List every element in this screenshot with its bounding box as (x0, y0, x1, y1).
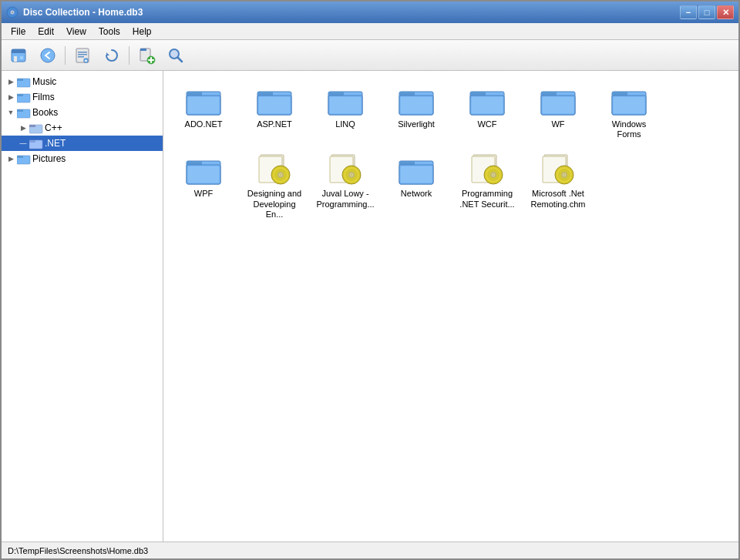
svg-rect-28 (29, 140, 35, 143)
cpp-label: C++ (43, 122, 62, 133)
file-programming-net-label: Programming .NET Securit... (457, 189, 517, 209)
folder-windows-forms[interactable]: Windows Forms (595, 77, 663, 143)
menu-view[interactable]: View (60, 25, 92, 39)
home-button[interactable] (5, 43, 32, 68)
app-icon (6, 6, 18, 18)
sidebar-item-books[interactable]: ▼ Books (2, 105, 163, 120)
file-network-label: Network (401, 189, 432, 199)
svg-rect-6 (20, 56, 23, 59)
maximize-button[interactable]: □ (698, 5, 715, 19)
pictures-toggle[interactable]: ▶ (5, 153, 17, 165)
file-designing-icon (256, 150, 293, 187)
file-network[interactable]: Network (382, 146, 450, 223)
dotnet-toggle[interactable]: — (17, 137, 29, 149)
svg-rect-5 (14, 56, 17, 62)
folder-wpf-icon (185, 150, 222, 187)
music-toggle[interactable]: ▶ (5, 75, 17, 88)
cpp-folder-icon (29, 122, 43, 134)
toolbar-separator-2 (129, 46, 130, 65)
folder-wcf-icon (469, 81, 506, 118)
folder-ado-net-label: ADO.NET (185, 119, 223, 129)
svg-point-2 (12, 12, 13, 13)
dotnet-folder-icon (29, 137, 43, 149)
menu-file[interactable]: File (5, 25, 32, 39)
file-juval-lowy[interactable]: Juval Lowy - Programming... (311, 146, 379, 223)
folder-ado-net[interactable]: ADO.NET (170, 77, 237, 143)
folder-wf-label: WF (551, 119, 564, 129)
pictures-folder-icon (17, 153, 31, 165)
sidebar-item-cpp[interactable]: ▶ C++ (2, 120, 163, 136)
back-button[interactable] (34, 43, 62, 68)
menu-help[interactable]: Help (126, 25, 158, 39)
folder-windows-forms-label: Windows Forms (599, 119, 659, 139)
svg-line-18 (178, 57, 183, 62)
svg-rect-4 (12, 49, 25, 53)
file-designing-label: Designing and Developing En... (244, 189, 304, 220)
svg-rect-10 (78, 54, 87, 55)
films-folder-icon (17, 91, 31, 103)
properties-button[interactable] (69, 43, 96, 68)
folder-silverlight[interactable]: Silverlight (382, 77, 450, 143)
folder-windows-forms-icon (610, 81, 648, 118)
minimize-button[interactable]: − (680, 5, 697, 19)
file-programming-net[interactable]: Programming .NET Securit... (453, 146, 521, 223)
file-network-icon (398, 150, 435, 187)
close-button[interactable]: ✕ (717, 5, 734, 19)
content-pane: ADO.NET ASP.NET (163, 71, 738, 542)
svg-rect-46 (401, 97, 432, 113)
svg-rect-50 (472, 97, 503, 113)
svg-point-7 (41, 49, 55, 62)
svg-rect-38 (259, 97, 290, 113)
file-programming-net-icon (469, 150, 506, 187)
folder-linq[interactable]: LINQ (311, 77, 379, 143)
folder-linq-label: LINQ (335, 119, 355, 129)
file-ms-net-remoting[interactable]: Microsoft .Net Remoting.chm (524, 146, 592, 223)
svg-rect-22 (17, 94, 23, 96)
toolbar (2, 40, 738, 71)
folder-asp-net-icon (256, 81, 293, 118)
folder-wf-icon (540, 81, 577, 118)
menu-bar: File Edit View Tools Help (2, 23, 738, 40)
file-designing[interactable]: Designing and Developing En... (240, 146, 308, 223)
folder-wcf[interactable]: WCF (453, 77, 521, 143)
music-folder-icon (17, 75, 31, 88)
sidebar-item-dotnet[interactable]: — .NET (2, 136, 163, 151)
cpp-toggle[interactable]: ▶ (17, 122, 29, 134)
sidebar-item-films[interactable]: ▶ Films (2, 89, 163, 105)
refresh-button[interactable] (98, 43, 126, 68)
back-icon (39, 46, 57, 65)
menu-tools[interactable]: Tools (92, 25, 126, 39)
svg-rect-24 (17, 109, 23, 112)
folder-silverlight-label: Silverlight (398, 119, 435, 129)
books-toggle[interactable]: ▼ (5, 106, 17, 119)
add-icon (137, 46, 156, 65)
svg-point-87 (493, 174, 494, 176)
menu-edit[interactable]: Edit (32, 25, 60, 39)
sidebar-item-pictures[interactable]: ▶ Pictures (2, 151, 163, 166)
main-area: ▶ Music ▶ Films ▼ (2, 71, 738, 542)
search-icon (166, 46, 185, 65)
add-button[interactable] (133, 43, 160, 68)
svg-rect-58 (614, 97, 644, 113)
films-toggle[interactable]: ▶ (5, 91, 17, 103)
folder-asp-net[interactable]: ASP.NET (240, 77, 308, 143)
svg-rect-9 (78, 52, 87, 53)
folder-wf[interactable]: WF (524, 77, 592, 143)
sidebar: ▶ Music ▶ Films ▼ (2, 71, 163, 542)
file-juval-lowy-label: Juval Lowy - Programming... (315, 189, 375, 209)
svg-rect-26 (29, 125, 35, 127)
svg-point-76 (351, 174, 352, 176)
toolbar-separator-1 (65, 46, 66, 65)
folder-wpf-label: WPF (194, 189, 213, 199)
folder-wpf[interactable]: WPF (170, 146, 237, 223)
folder-silverlight-icon (398, 81, 435, 118)
svg-point-94 (563, 174, 565, 176)
folder-ado-net-icon (185, 81, 222, 118)
file-juval-lowy-icon (327, 150, 364, 187)
music-label: Music (31, 76, 56, 87)
svg-rect-20 (17, 79, 23, 81)
svg-rect-54 (543, 97, 574, 113)
icon-grid: ADO.NET ASP.NET (170, 77, 732, 223)
search-button[interactable] (162, 43, 190, 68)
sidebar-item-music[interactable]: ▶ Music (2, 74, 163, 89)
